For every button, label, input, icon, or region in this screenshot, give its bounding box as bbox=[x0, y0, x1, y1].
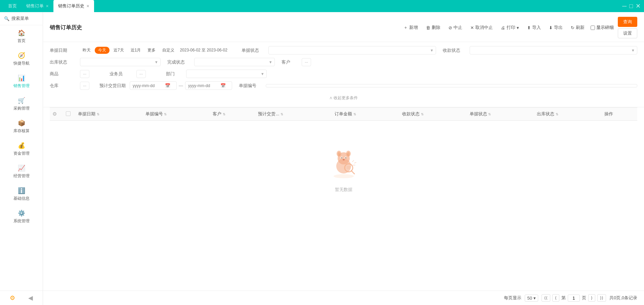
empty-svg bbox=[327, 148, 360, 181]
expected-delivery-to-input[interactable] bbox=[188, 83, 218, 88]
filter-row-product: 商品 ··· 业务员 ··· 部门 ▾ bbox=[50, 70, 637, 78]
sidebar-bottom: ⚙ ◀ bbox=[0, 291, 43, 305]
expected-delivery-from-input[interactable] bbox=[133, 83, 163, 88]
expected-delivery-to[interactable]: 📅 bbox=[185, 81, 232, 90]
sidebar-item-sales[interactable]: 📊 销售管理 bbox=[0, 70, 43, 93]
date-tab-more[interactable]: 更多 bbox=[145, 47, 158, 54]
svg-point-9 bbox=[341, 157, 342, 158]
bill-status-dropdown-icon: ▾ bbox=[431, 48, 433, 53]
cancel-stop-button[interactable]: ✕ 取消中止 bbox=[468, 23, 495, 32]
collapse-button[interactable]: ∧ 收起更多条件 bbox=[50, 93, 637, 103]
last-page-button[interactable]: ⟩⟩ bbox=[597, 294, 606, 302]
display-columns-toggle[interactable]: 显示碎细 bbox=[591, 25, 614, 31]
tab-sales-order-history-close[interactable]: ✕ bbox=[86, 4, 89, 8]
delete-button[interactable]: 🗑 删除 bbox=[424, 23, 442, 32]
calendar-to-icon: 📅 bbox=[220, 83, 226, 88]
sidebar-item-system[interactable]: ⚙️ 系统管理 bbox=[0, 205, 43, 228]
date-tab-7days[interactable]: 近7天 bbox=[111, 47, 127, 54]
tab-sales-order-label: 销售订单 bbox=[26, 3, 44, 9]
th-outbound-status-label: 出库状态 bbox=[537, 111, 554, 116]
collapse-icon: ∧ bbox=[329, 96, 333, 100]
bill-status-label: 单据状态 bbox=[242, 47, 268, 53]
table-settings-icon[interactable]: ⚙ bbox=[52, 111, 57, 117]
date-tab-yesterday[interactable]: 昨天 bbox=[80, 47, 93, 54]
completion-status-select[interactable]: ▾ bbox=[194, 58, 275, 66]
prev-page-button[interactable]: ⟨ bbox=[552, 294, 559, 302]
tab-sales-order-history[interactable]: 销售订单历史 ✕ bbox=[53, 0, 94, 12]
bill-number-input[interactable] bbox=[266, 84, 637, 87]
print-button[interactable]: 🖨 打印 ▾ bbox=[499, 23, 521, 32]
th-receipt-status[interactable]: 收款状态 ⇅ bbox=[399, 108, 467, 121]
tab-home[interactable]: 首页 bbox=[3, 0, 22, 12]
add-button[interactable]: ＋ 新增 bbox=[401, 23, 420, 32]
sidebar-item-home[interactable]: 🏠 首页 bbox=[0, 25, 43, 48]
th-outbound-status[interactable]: 出库状态 ⇅ bbox=[534, 108, 602, 121]
tab-sales-order-close[interactable]: ✕ bbox=[46, 4, 49, 8]
expected-delivery-from[interactable]: 📅 bbox=[130, 81, 177, 90]
sort-expected-delivery-icon: ⇅ bbox=[281, 112, 283, 116]
export-button[interactable]: ⬇ 导出 bbox=[547, 23, 565, 32]
import-button[interactable]: ⬆ 导入 bbox=[525, 23, 543, 32]
sidebar-search-label: 搜索菜单 bbox=[11, 15, 29, 22]
select-all-checkbox[interactable] bbox=[66, 111, 71, 116]
minimize-button[interactable]: ─ bbox=[622, 3, 627, 10]
sidebar-item-basic-info-label: 基础信息 bbox=[13, 196, 30, 201]
th-order-amount[interactable]: 订单金额 ⇅ bbox=[332, 108, 399, 121]
sidebar-search[interactable]: 🔍 搜索菜单 bbox=[0, 12, 43, 25]
page-size-select[interactable]: 50 ▾ bbox=[525, 295, 538, 302]
date-filter-label: 单据日期 bbox=[50, 47, 80, 53]
query-settings-group: 查询 设置 bbox=[618, 17, 637, 38]
salesperson-label: 业务员 bbox=[110, 71, 136, 77]
th-expected-delivery-label: 预计交货... bbox=[258, 111, 279, 116]
sidebar-item-inventory[interactable]: 📦 库存核算 bbox=[0, 115, 43, 138]
search-icon: 🔍 bbox=[4, 16, 9, 21]
receipt-status-select[interactable]: ▾ bbox=[470, 46, 637, 54]
cancel-stop-label: 取消中止 bbox=[475, 25, 493, 31]
sidebar-item-finance[interactable]: 💰 资金管理 bbox=[0, 138, 43, 160]
query-button[interactable]: 查询 bbox=[618, 17, 637, 27]
warehouse-select[interactable]: ··· bbox=[80, 82, 89, 90]
date-tab-1month[interactable]: 近1月 bbox=[128, 47, 144, 54]
department-select[interactable]: ▾ bbox=[186, 70, 267, 78]
refresh-icon: ↻ bbox=[571, 25, 574, 30]
stop-button[interactable]: ⊘ 中止 bbox=[446, 23, 464, 32]
th-customer[interactable]: 客户 ⇅ bbox=[210, 108, 255, 121]
sidebar-item-purchase[interactable]: 🛒 采购管理 bbox=[0, 93, 43, 115]
close-button[interactable]: ✕ bbox=[636, 2, 641, 10]
cancel-stop-icon: ✕ bbox=[470, 25, 474, 30]
date-tab-today[interactable]: 今天 bbox=[95, 47, 110, 54]
operations-icon: 📈 bbox=[18, 164, 25, 172]
th-bill-number-label: 单据编号 bbox=[145, 111, 163, 116]
refresh-button[interactable]: ↻ 刷新 bbox=[569, 23, 587, 32]
display-columns-checkbox[interactable] bbox=[591, 26, 595, 30]
customer-select[interactable]: ··· bbox=[302, 58, 311, 66]
th-bill-date[interactable]: 单据日期 ⇅ bbox=[75, 108, 143, 121]
sidebar-item-operations-label: 经营管理 bbox=[13, 173, 30, 179]
current-page-input[interactable] bbox=[568, 295, 580, 302]
date-tabs: 昨天 今天 近7天 近1月 更多 自定义 bbox=[80, 47, 177, 54]
sidebar-settings-icon[interactable]: ⚙ bbox=[10, 294, 15, 302]
sidebar-item-operations[interactable]: 📈 经营管理 bbox=[0, 160, 43, 183]
bill-status-select[interactable]: ▾ bbox=[268, 46, 436, 54]
date-tab-custom[interactable]: 自定义 bbox=[160, 47, 177, 54]
settings-button[interactable]: 设置 bbox=[618, 28, 637, 38]
pagination: ⟨⟨ ⟨ 第 页 ⟩ ⟩⟩ bbox=[542, 294, 606, 302]
sidebar-collapse-icon[interactable]: ◀ bbox=[28, 294, 33, 302]
first-page-button[interactable]: ⟨⟨ bbox=[542, 294, 550, 302]
tab-sales-order[interactable]: 销售订单 ✕ bbox=[22, 0, 53, 12]
nav-icon: 🧭 bbox=[18, 52, 25, 59]
th-expected-delivery[interactable]: 预计交货... ⇅ bbox=[255, 108, 332, 121]
svg-line-13 bbox=[351, 171, 354, 174]
maximize-button[interactable]: □ bbox=[629, 3, 633, 10]
product-select[interactable]: ··· bbox=[80, 70, 89, 78]
salesperson-select[interactable]: ··· bbox=[136, 70, 146, 78]
th-bill-status[interactable]: 单据状态 ⇅ bbox=[467, 108, 534, 121]
svg-line-16 bbox=[352, 160, 354, 162]
sidebar-item-quick-nav[interactable]: 🧭 快捷导航 bbox=[0, 48, 43, 70]
sidebar-item-basic-info[interactable]: ℹ️ 基础信息 bbox=[0, 183, 43, 205]
page-title: 销售订单历史 bbox=[50, 24, 82, 31]
next-page-button[interactable]: ⟩ bbox=[588, 294, 595, 302]
page-header: 销售订单历史 ＋ 新增 🗑 删除 ⊘ 中止 ✕ 取消中止 bbox=[43, 12, 644, 42]
th-bill-number[interactable]: 单据编号 ⇅ bbox=[143, 108, 210, 121]
outbound-status-select[interactable]: ▾ bbox=[80, 58, 161, 66]
